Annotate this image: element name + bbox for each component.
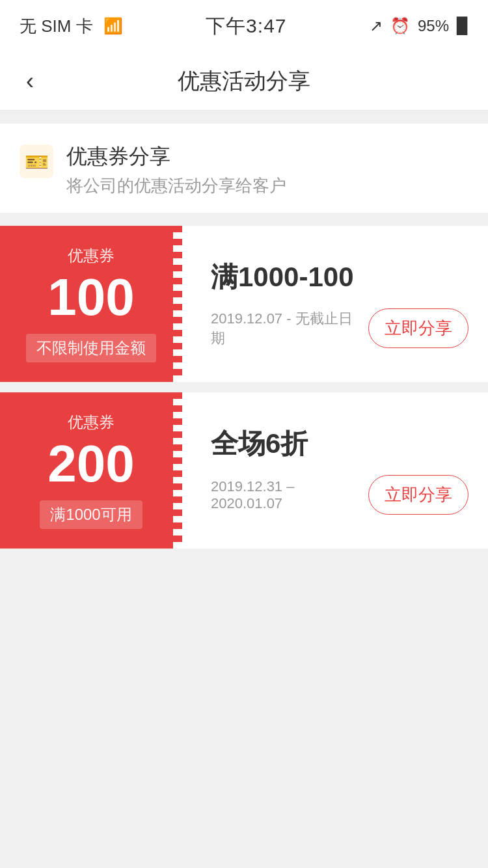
coupon-condition-0: 不限制使用金额 — [26, 334, 156, 362]
location-icon: ↗ — [370, 17, 383, 35]
status-left: 无 SIM 卡 📶 — [20, 15, 123, 38]
coupon-label-1: 优惠券 — [68, 412, 115, 433]
section-text: 优惠券分享 将公司的优惠活动分享给客户 — [66, 143, 286, 197]
alarm-icon: ⏰ — [390, 17, 410, 35]
coupon-amount-0: 100 — [47, 271, 134, 323]
coupon-meta-1: 2019.12.31 – 2020.01.07 立即分享 — [211, 475, 468, 515]
status-bar: 无 SIM 卡 📶 下午3:47 ↗ ⏰ 95% ▉ — [0, 0, 488, 52]
coupon-amount-1: 200 — [47, 438, 134, 490]
coupon-left-1: 优惠券 200 满1000可用 — [0, 392, 182, 549]
section-subtitle: 将公司的优惠活动分享给客户 — [66, 174, 286, 197]
coupon-meta-0: 2019.12.07 - 无截止日期 立即分享 — [211, 308, 468, 348]
coupon-label-0: 优惠券 — [68, 245, 115, 266]
coupon-right-1: 全场6折 2019.12.31 – 2020.01.07 立即分享 — [182, 392, 488, 549]
wifi-icon: 📶 — [103, 17, 123, 35]
coupon-condition-1: 满1000可用 — [40, 500, 142, 529]
coupon-card: 优惠券 200 满1000可用 全场6折 2019.12.31 – 2020.0… — [0, 392, 488, 549]
share-button-0[interactable]: 立即分享 — [368, 308, 468, 348]
battery-icon: ▉ — [457, 17, 468, 35]
coupon-name-1: 全场6折 — [211, 426, 468, 462]
coupon-card: 优惠券 100 不限制使用金额 满1000-100 2019.12.07 - 无… — [0, 226, 488, 382]
battery-text: 95% — [418, 17, 449, 35]
status-time: 下午3:47 — [206, 13, 286, 40]
coupon-date-0: 2019.12.07 - 无截止日期 — [211, 309, 355, 348]
back-button[interactable]: ‹ — [20, 61, 40, 102]
nav-title: 优惠活动分享 — [178, 66, 310, 96]
coupon-left-0: 优惠券 100 不限制使用金额 — [0, 226, 182, 382]
coupon-right-0: 满1000-100 2019.12.07 - 无截止日期 立即分享 — [182, 226, 488, 382]
carrier-text: 无 SIM 卡 — [20, 15, 93, 38]
coupon-name-0: 满1000-100 — [211, 259, 468, 295]
status-right: ↗ ⏰ 95% ▉ — [370, 17, 468, 35]
section-header: 🎫 优惠券分享 将公司的优惠活动分享给客户 — [0, 124, 488, 213]
section-title: 优惠券分享 — [66, 143, 286, 170]
coupon-list: 优惠券 100 不限制使用金额 满1000-100 2019.12.07 - 无… — [0, 226, 488, 559]
coupon-icon: 🎫 — [20, 144, 53, 178]
coupon-date-1: 2019.12.31 – 2020.01.07 — [211, 478, 355, 512]
nav-bar: ‹ 优惠活动分享 — [0, 52, 488, 111]
share-button-1[interactable]: 立即分享 — [368, 475, 468, 515]
